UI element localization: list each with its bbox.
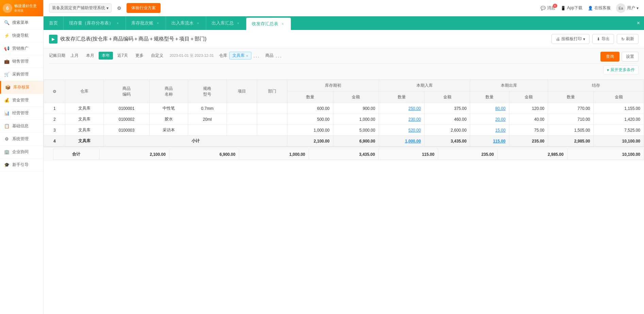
cell-code-1: 0100002: [104, 114, 149, 125]
subtotal-opening-qty: 2,100.00: [287, 136, 333, 147]
tabbar-close-all-btn[interactable]: ×: [633, 20, 644, 26]
warehouse-filter-dots[interactable]: ...: [253, 53, 260, 59]
tabbar: 首页 现存量（库存分布表） × 库存批次账 × 出入库流水 × 出入库汇总 × …: [44, 16, 644, 30]
export-label: 导出: [601, 36, 610, 42]
tab-inout-summary[interactable]: 出入库汇总 ×: [206, 16, 246, 30]
total-out-amt: 235.00: [438, 149, 497, 160]
print-button[interactable]: 🖨 按模板打印 ▾: [551, 34, 590, 44]
tab-inventory-dist-close[interactable]: ×: [115, 21, 120, 26]
table-settings-icon[interactable]: ⚙: [53, 89, 56, 94]
sidebar-item-newbie[interactable]: 🎓 新手引导: [0, 159, 43, 171]
cell-closing-amt-1: 1,420.00: [594, 114, 644, 125]
user-label: 用户: [627, 5, 635, 11]
search-button[interactable]: 查询: [600, 52, 620, 62]
tab-inout-flow[interactable]: 出入库流水 ×: [166, 16, 206, 30]
tab-batch[interactable]: 库存批次账 ×: [126, 16, 166, 30]
cell-no-1: 2: [44, 114, 65, 125]
expand-btn[interactable]: ▾ 展开更多条件: [603, 65, 639, 75]
th-out-qty: 数量: [470, 92, 509, 103]
search-label: 搜索菜单: [12, 20, 29, 26]
cell-in-amt-1: 460.00: [425, 114, 470, 125]
marketing-label: 营销推广: [12, 46, 29, 51]
sidebar-item-business[interactable]: 📊 经营管理: [0, 107, 43, 120]
total-closing-amt: 10,100.00: [567, 149, 644, 160]
dropdown-arrow-icon: ▾: [106, 6, 109, 11]
system-icon: ⚙: [4, 136, 10, 142]
cell-closing-amt-0: 1,155.00: [594, 103, 644, 114]
sidebar-item-inventory[interactable]: 📦 库存核算: [0, 81, 43, 94]
filter-warehouse-label: 仓库: [219, 53, 227, 59]
cell-in-qty-0: 250.00: [379, 103, 424, 114]
page-inner: ▶ 收发存汇总表(按仓库＋商品编码＋商品＋规格型号＋项目＋部门) 🖨 按模板打印…: [44, 30, 644, 314]
system-selector[interactable]: 装备及固定资产辅助管理系统 ▾: [49, 3, 112, 13]
setting-button[interactable]: 设置: [622, 52, 639, 62]
total-label: 合计: [53, 149, 99, 160]
sidebar-item-finance[interactable]: 💰 资金管理: [0, 94, 43, 107]
warehouse-tag-value: 文具库: [232, 53, 245, 59]
filter-main-row: 记账日期 上月 本月 本年 近7天 更多 自定义 2023-01-01 至 20…: [49, 52, 639, 62]
th-closing-qty: 数量: [548, 92, 594, 103]
tab-batch-close[interactable]: ×: [155, 21, 160, 26]
search-icon: 🔍: [4, 20, 10, 26]
cell-opening-amt-2: 5,000.00: [333, 125, 379, 136]
date-btn-this-year[interactable]: 本年: [99, 52, 113, 60]
th-goods-code: 商品编码: [104, 80, 149, 103]
collapse-toggle[interactable]: ▶: [49, 35, 57, 44]
sidebar-item-quick-nav[interactable]: ⚡ 快捷导航: [0, 29, 43, 42]
warehouse-tag-close-icon[interactable]: ×: [246, 54, 248, 58]
warehouse-tag[interactable]: 文具库 ×: [229, 52, 251, 60]
printer-icon: 🖨: [556, 37, 560, 42]
basic-info-icon: 📋: [4, 123, 10, 129]
sales-icon: 💼: [4, 59, 10, 64]
th-in-qty: 数量: [379, 92, 424, 103]
date-btn-7days[interactable]: 近7天: [114, 52, 131, 60]
subtotal-in-amt: 3,435.00: [425, 136, 470, 147]
online-service-btn[interactable]: 👤 在线客服: [588, 5, 611, 11]
goods-filter-dots[interactable]: ...: [276, 53, 282, 59]
sidebar-item-search[interactable]: 🔍 搜索菜单: [0, 16, 43, 29]
topbar-system: 装备及固定资产辅助管理系统 ▾ ⚙ 体验行业方案: [49, 3, 536, 13]
filter-action-btns: 查询 设置: [600, 52, 639, 62]
cell-out-amt-1: 40.00: [509, 114, 548, 125]
sidebar-item-marketing[interactable]: 📢 营销推广: [0, 42, 43, 55]
sidebar-item-enterprise[interactable]: 🏢 企业协同: [0, 146, 43, 159]
quick-nav-label: 快捷导航: [12, 33, 29, 38]
sidebar-item-purchase[interactable]: 🛒 采购管理: [0, 68, 43, 81]
refresh-button[interactable]: ↻ 刷新: [617, 34, 639, 44]
newbie-icon: 🎓: [4, 162, 10, 168]
th-settings[interactable]: ⚙: [44, 80, 65, 103]
cell-opening-qty-1: 500.00: [287, 114, 333, 125]
avatar: Ea: [616, 3, 626, 13]
th-goods-name: 商品名称: [149, 80, 188, 103]
sidebar-item-basic-info[interactable]: 📋 基础信息: [0, 120, 43, 133]
settings-gear-icon[interactable]: ⚙: [114, 3, 124, 13]
tab-inventory-dist[interactable]: 现存量（库存分布表） ×: [64, 16, 126, 30]
purchase-label: 采购管理: [12, 71, 29, 77]
cell-spec-0: 0.7mm: [188, 103, 227, 114]
messages-btn[interactable]: 💬 消息 6: [541, 5, 555, 11]
tab-home[interactable]: 首页: [44, 16, 64, 30]
date-btn-more[interactable]: 更多: [132, 52, 147, 60]
table-row: 1 文具库 0100001 中性笔 0.7mm 600.00 900.00 25…: [44, 103, 644, 114]
filter-date-label: 记账日期: [49, 53, 65, 59]
logo-text-block: 畅捷通好生意 标准版: [14, 3, 37, 13]
tab-inout-summary-close[interactable]: ×: [236, 21, 241, 26]
cell-opening-amt-0: 900.00: [333, 103, 379, 114]
tab-inout-flow-close[interactable]: ×: [196, 21, 200, 26]
th-goods-spec: 规格型号: [188, 80, 227, 103]
date-btn-custom[interactable]: 自定义: [148, 52, 166, 60]
sidebar-item-system[interactable]: ⚙ 系统管理: [0, 133, 43, 146]
subtotal-label: 小计: [104, 136, 287, 147]
enterprise-icon: 🏢: [4, 149, 10, 155]
export-button[interactable]: ⬇ 导出: [592, 34, 614, 44]
tab-recv-send-summary[interactable]: 收发存汇总表 ×: [246, 18, 291, 30]
app-download-btn[interactable]: 📱 App下载: [561, 5, 582, 11]
date-btn-this-month[interactable]: 本月: [83, 52, 97, 60]
tab-recv-send-close[interactable]: ×: [280, 21, 285, 26]
user-area[interactable]: Ea 用户 ▾: [616, 3, 639, 13]
tab-inventory-dist-label: 现存量（库存分布表）: [69, 20, 113, 26]
tab-inout-summary-label: 出入库汇总: [212, 20, 234, 26]
trial-button[interactable]: 体验行业方案: [127, 3, 161, 13]
date-btn-last-month[interactable]: 上月: [67, 52, 82, 60]
sidebar-item-sales[interactable]: 💼 销售管理: [0, 55, 43, 68]
